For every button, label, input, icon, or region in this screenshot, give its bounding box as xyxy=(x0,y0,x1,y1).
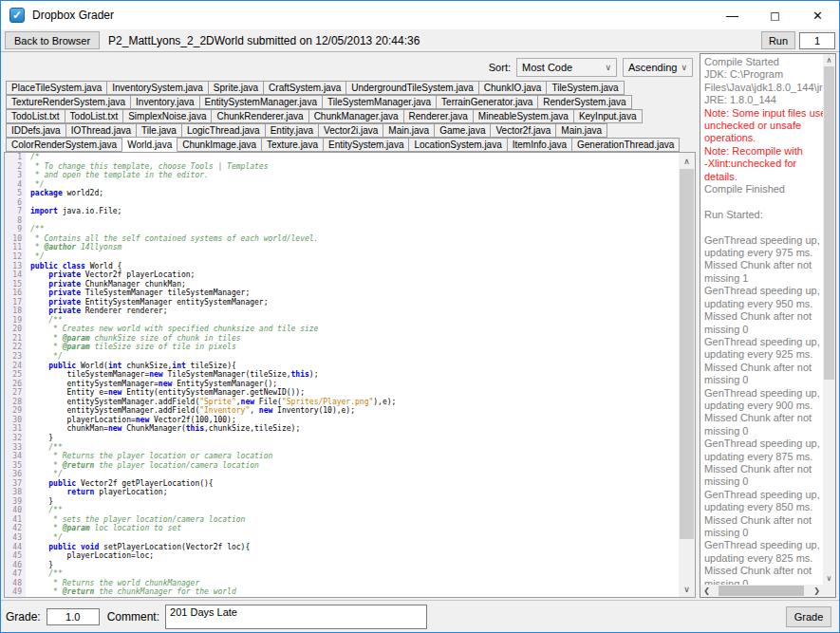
file-tab[interactable]: ChunkRenderer.java xyxy=(211,109,308,123)
file-tab[interactable]: TileSystemManager.java xyxy=(322,95,437,109)
run-button[interactable]: Run xyxy=(761,31,795,49)
chevron-down-icon: ∨ xyxy=(681,63,687,72)
file-tab[interactable]: ColorRenderSystem.java xyxy=(6,138,122,152)
line-number: 34 xyxy=(5,452,26,461)
file-tab[interactable]: Vector2i.java xyxy=(318,123,383,138)
line-number: 32 xyxy=(5,434,26,443)
line-number: 18 xyxy=(5,307,26,316)
file-tab[interactable]: ChunkImage.java xyxy=(177,138,262,152)
line-number: 3 xyxy=(5,171,26,180)
scroll-up-icon[interactable]: ∧ xyxy=(823,54,835,66)
file-tab[interactable]: RenderSystem.java xyxy=(537,95,631,109)
console-scroll-thumb[interactable] xyxy=(824,66,834,380)
file-tab[interactable]: UndergroundTileSystem.java xyxy=(345,81,479,95)
run-count-field[interactable] xyxy=(799,32,835,49)
file-tab[interactable]: Renderer.java xyxy=(403,109,474,123)
file-tab[interactable]: EntitySystemManager.java xyxy=(199,95,323,109)
code-line: 21 * @param chunkSize size of chunk in t… xyxy=(5,334,679,344)
code-line: 22 * @param tileSize size of tile in pix… xyxy=(5,343,679,352)
line-number: 21 xyxy=(5,334,26,344)
console-line: missing 0 xyxy=(704,324,823,336)
file-tab[interactable]: ItemInfo.java xyxy=(507,138,572,152)
file-tab[interactable]: Main.java xyxy=(555,123,607,138)
close-button[interactable]: ✕ xyxy=(796,1,839,29)
source-text: private ChunkManager chunkMan; xyxy=(26,280,186,289)
console-horizontal-scrollbar[interactable]: ❮ ❯ xyxy=(700,585,823,597)
sort-direction-dropdown[interactable]: Ascending ∨ xyxy=(623,58,693,77)
console-output[interactable]: Compile StartedJDK: C:\ProgramFiles\Java… xyxy=(700,54,823,585)
file-tab[interactable]: SimplexNoise.java xyxy=(122,109,212,123)
editor-scroll-thumb[interactable] xyxy=(680,169,694,539)
file-tab[interactable]: ChunkIO.java xyxy=(478,81,548,95)
file-tab[interactable]: IDDefs.java xyxy=(6,123,66,138)
console-line: details. xyxy=(704,171,823,183)
tab-row: TodoList.txtTodoList.txtSimplexNoise.jav… xyxy=(6,109,696,123)
file-tab[interactable]: Game.java xyxy=(434,123,491,138)
file-tab[interactable]: Vector2f.java xyxy=(490,123,556,138)
line-number: 37 xyxy=(5,479,26,489)
console-line: missing 0 xyxy=(704,374,823,386)
file-tab[interactable]: TextureRenderSystem.java xyxy=(6,95,131,109)
file-tab[interactable]: TerrainGenerator.java xyxy=(436,95,538,109)
file-tab[interactable]: PlaceTileSystem.java xyxy=(6,81,107,95)
code-line: 3 * and open the template in the editor. xyxy=(5,171,679,180)
grade-button[interactable]: Grade xyxy=(786,606,831,627)
console-vertical-scrollbar[interactable]: ∧ ∨ xyxy=(823,54,835,585)
line-number: 17 xyxy=(5,298,26,307)
grade-field[interactable] xyxy=(47,608,100,625)
back-to-browser-button[interactable]: Back to Browser xyxy=(5,31,100,49)
code-line: 43 */ xyxy=(5,533,679,543)
code-line: 28 entitySystemManager.addField("Sprite"… xyxy=(5,398,679,407)
file-tab[interactable]: IOThread.java xyxy=(65,123,137,138)
file-tab[interactable]: CraftSystem.java xyxy=(263,81,346,95)
code-area[interactable]: 1/*2 * To change this template, choose T… xyxy=(5,153,679,597)
file-tab[interactable]: GenerationThread.java xyxy=(571,138,680,152)
file-tab[interactable]: TileSystem.java xyxy=(546,81,624,95)
file-tab[interactable]: Entity.java xyxy=(265,123,319,138)
file-tab[interactable]: Sprite.java xyxy=(208,81,264,95)
code-line: 8 xyxy=(5,216,679,226)
maximize-button[interactable]: ◻ xyxy=(754,1,796,29)
scroll-down-icon[interactable]: ∨ xyxy=(679,581,695,597)
scroll-left-icon[interactable]: ❮ xyxy=(700,585,713,597)
file-tab[interactable]: Main.java xyxy=(383,123,435,138)
scroll-right-icon[interactable]: ❯ xyxy=(811,585,823,597)
file-tab[interactable]: LocationSystem.java xyxy=(408,138,507,152)
line-number: 9 xyxy=(5,225,26,234)
minimize-button[interactable]: — xyxy=(711,1,754,29)
code-line: 31 chunkMan=new ChunkManager(this,chunkS… xyxy=(5,424,679,434)
file-tab[interactable]: World.java xyxy=(121,137,177,152)
code-line: 20 * Creates new world with specified ch… xyxy=(5,325,679,334)
file-tab[interactable]: LogicThread.java xyxy=(181,123,266,138)
line-number: 1 xyxy=(5,153,26,162)
console-hscroll-thumb[interactable] xyxy=(719,586,804,596)
editor-vertical-scrollbar[interactable]: ∧ ∨ xyxy=(679,153,695,597)
code-line: 4 */ xyxy=(5,180,679,190)
line-number: 19 xyxy=(5,316,26,326)
app-title: Dropbox Grader xyxy=(32,9,114,22)
sort-mode-dropdown[interactable]: Most Code ∨ xyxy=(516,58,617,77)
file-tab[interactable]: Texture.java xyxy=(261,138,324,152)
comment-field[interactable]: 201 Days Late xyxy=(165,605,427,629)
file-tab[interactable]: EntitySystem.java xyxy=(323,138,409,152)
source-text: * @return the chunkManager for the world xyxy=(26,587,236,597)
code-line: 44 public void setPlayerLocation(Vector2… xyxy=(5,543,679,552)
file-tab[interactable]: MineableSystem.java xyxy=(473,109,574,123)
code-line: 46 } xyxy=(5,561,679,570)
source-text: } xyxy=(26,561,53,570)
file-tab[interactable]: InventorySystem.java xyxy=(106,81,209,95)
line-number: 48 xyxy=(5,579,26,588)
file-tab[interactable]: Tile.java xyxy=(136,123,182,138)
chevron-down-icon: ∨ xyxy=(605,63,611,72)
scroll-down-icon[interactable]: ∨ xyxy=(823,572,835,585)
file-tab[interactable]: TodoList.txt xyxy=(65,109,124,123)
file-tab[interactable]: KeyInput.java xyxy=(573,109,643,123)
file-tab[interactable]: ChunkManager.java xyxy=(308,109,404,123)
source-text: * @param chunkSize size of chunk in tile… xyxy=(26,334,241,344)
source-text: */ xyxy=(26,180,44,190)
scroll-up-icon[interactable]: ∧ xyxy=(679,153,695,169)
file-tab[interactable]: TodoList.txt xyxy=(6,109,65,123)
file-tab[interactable]: Inventory.java xyxy=(130,95,200,109)
code-editor[interactable]: 1/*2 * To change this template, choose T… xyxy=(4,152,696,598)
line-number: 27 xyxy=(5,388,26,398)
